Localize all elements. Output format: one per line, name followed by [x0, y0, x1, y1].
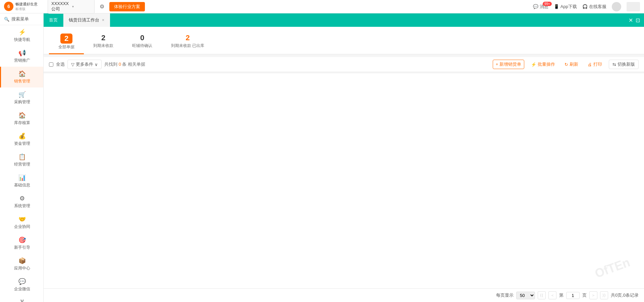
tab-workbench-label: 钱货日清工作台	[69, 17, 99, 23]
logo-icon: 6	[4, 2, 13, 11]
toolbar-left: 全选 ▽ 更多条件 ∨ 共找到 0 条 相关单据	[49, 60, 490, 69]
sidebar-item-cooperation[interactable]: 🤝 企业协同	[0, 212, 43, 233]
avatar-image	[612, 2, 621, 11]
stat-tab-all[interactable]: 2 全部单据	[49, 31, 84, 54]
batch-ops-icon: ⚡	[531, 62, 536, 67]
add-sales-btn[interactable]: + 新增销货单	[493, 60, 524, 69]
app-center-icon: 📦	[18, 257, 26, 264]
basic-info-icon: 📊	[18, 174, 26, 181]
more-filter-label: 更多条件	[76, 61, 93, 67]
content-area: 首页 钱货日清工作台 × ✕ ⊡ 2 全部单据 2 到期未收款	[44, 13, 644, 302]
page-label: 第	[559, 292, 564, 298]
sidebar-label-inventory: 库存核算	[14, 120, 30, 126]
top-bar: 6 畅捷通好生意 标准版 XXXXXX公司 ▾ ⚙ 体验行业方案 💬 消息 99…	[0, 0, 644, 13]
online-service-btn[interactable]: 🎧 在线客服	[582, 4, 606, 10]
per-page-select[interactable]: 50 20 100	[516, 292, 535, 299]
tab-restore-icon[interactable]: ⊡	[636, 17, 640, 23]
sidebar-item-app-center[interactable]: 📦 应用中心	[0, 254, 43, 275]
logo-text: 畅捷通好生意	[15, 2, 38, 6]
switch-label: 切换新版	[618, 61, 635, 67]
sidebar-label-system: 系统管理	[14, 203, 30, 209]
settings-button[interactable]: ⚙	[97, 2, 107, 11]
sidebar-item-basic-info[interactable]: 📊 基础信息	[0, 171, 43, 191]
user-name-area	[627, 2, 640, 11]
tab-home[interactable]: 首页	[44, 13, 63, 27]
filter-icon: ▽	[71, 62, 74, 67]
pagination: 每页显示 50 20 100 ⟨⟨ ＜ 第 页 ＞ ⟩⟩ 共0页,0条记录	[44, 288, 644, 302]
print-icon: 🖨	[588, 62, 592, 67]
sales-icon: 🏠	[18, 70, 26, 77]
company-selector[interactable]: XXXXXX公司 ▾	[48, 0, 95, 14]
page-next-btn[interactable]: ＞	[589, 291, 597, 299]
message-btn[interactable]: 💬 消息 99+	[533, 4, 548, 10]
purchase-icon: 🛒	[18, 91, 26, 98]
sidebar-label-operations: 经营管理	[14, 162, 30, 167]
sidebar-label-finance: 资金管理	[14, 141, 30, 146]
sidebar-label-cooperation: 企业协同	[14, 224, 30, 230]
batch-ops-btn[interactable]: ⚡ 批量操作	[528, 60, 558, 69]
print-label: 打印	[593, 61, 602, 67]
search-menu[interactable]: 🔍 搜索菜单	[0, 13, 43, 25]
sidebar-label-purchase: 采购管理	[14, 99, 30, 105]
marketing-icon: 📢	[18, 49, 26, 57]
trial-btn[interactable]: 体验行业方案	[109, 2, 145, 11]
stat-tab-wangwang[interactable]: 0 旺辅待确认	[123, 31, 162, 54]
more-filter-btn[interactable]: ▽ 更多条件 ∨	[67, 60, 102, 69]
toolbar-right: + 新增销货单 ⚡ 批量操作 ↻ 刷新 🖨 打印 ⇆ 切换新版	[493, 60, 639, 69]
toolbar: 全选 ▽ 更多条件 ∨ 共找到 0 条 相关单据 + 新增销货单 ⚡ 批量操作	[44, 57, 644, 72]
filter-dropdown-arrow: ∨	[95, 62, 98, 67]
stats-tabs: 2 全部单据 2 到期未收款 0 旺辅待确认 2 到期未收款 已出库	[44, 27, 644, 54]
member-icon: V	[20, 299, 23, 302]
finance-icon: 💰	[18, 132, 26, 140]
app-download-btn[interactable]: 📱 App下载	[554, 4, 577, 10]
tab-bar-actions: ✕ ⊡	[625, 17, 644, 23]
user-avatar[interactable]	[612, 2, 621, 11]
search-menu-label: 搜索菜单	[11, 16, 29, 22]
stat-tab-overdue[interactable]: 2 到期未收款	[84, 31, 123, 54]
sidebar-label-wechat: 企业微信	[14, 286, 30, 292]
print-btn[interactable]: 🖨 打印	[585, 60, 605, 69]
batch-ops-label: 批量操作	[538, 61, 555, 67]
app-download-icon: 📱	[554, 4, 559, 9]
page-prev-btn[interactable]: ＜	[548, 291, 556, 299]
tab-home-label: 首页	[49, 17, 58, 23]
stat-tab-shipped[interactable]: 2 到期未收款 已出库	[162, 31, 214, 54]
app-download-label: App下载	[560, 4, 577, 10]
sidebar-item-guide[interactable]: 🎯 新手引导	[0, 233, 43, 254]
tab-close-icon[interactable]: ×	[102, 18, 104, 22]
sidebar-item-inventory[interactable]: 🏠 库存核算	[0, 108, 43, 129]
sidebar-item-marketing[interactable]: 📢 营销推广	[0, 46, 43, 67]
sidebar-label-guide: 新手引导	[14, 245, 30, 250]
sidebar-item-system[interactable]: ⚙ 系统管理	[0, 191, 43, 212]
tab-workbench[interactable]: 钱货日清工作台 ×	[63, 13, 110, 27]
sidebar-label-basic-info: 基础信息	[14, 182, 30, 188]
stat-num-overdue: 2	[101, 34, 105, 42]
inventory-icon: 🏠	[18, 112, 26, 119]
page-last-btn[interactable]: ⟩⟩	[600, 291, 608, 299]
tab-bar: 首页 钱货日清工作台 × ✕ ⊡	[44, 13, 644, 27]
message-icon: 💬	[533, 4, 538, 9]
switch-icon: ⇆	[612, 62, 616, 67]
refresh-btn[interactable]: ↻ 刷新	[562, 60, 581, 69]
app-logo: 6 畅捷通好生意 标准版	[4, 2, 48, 11]
total-text: 共0页,0条记录	[611, 292, 639, 298]
sidebar-item-sales[interactable]: 🏠 销售管理	[0, 67, 43, 87]
tab-close-window-icon[interactable]: ✕	[629, 17, 633, 23]
sidebar-item-quick-nav[interactable]: ⚡ 快捷导航	[0, 25, 43, 46]
sidebar-item-wechat[interactable]: 💬 企业微信	[0, 275, 43, 295]
lightning-icon: ⚡	[18, 28, 26, 36]
switch-version-btn[interactable]: ⇆ 切换新版	[609, 60, 639, 69]
select-all-label: 全选	[56, 61, 65, 67]
sidebar-item-operations[interactable]: 📋 经营管理	[0, 150, 43, 171]
page-input[interactable]	[566, 292, 580, 299]
sidebar-item-member[interactable]: V 畅会员	[0, 295, 43, 302]
page-first-btn[interactable]: ⟨⟨	[538, 291, 546, 299]
stat-label-overdue: 到期未收款	[93, 43, 113, 49]
refresh-icon: ↻	[565, 62, 568, 67]
sidebar-item-purchase[interactable]: 🛒 采购管理	[0, 87, 43, 108]
sidebar-item-finance[interactable]: 💰 资金管理	[0, 129, 43, 150]
select-all-checkbox[interactable]	[49, 62, 53, 67]
top-bar-right: 💬 消息 99+ 📱 App下载 🎧 在线客服	[533, 2, 640, 11]
company-dropdown-arrow: ▾	[72, 5, 91, 8]
stat-label-wangwang: 旺辅待确认	[132, 43, 152, 49]
